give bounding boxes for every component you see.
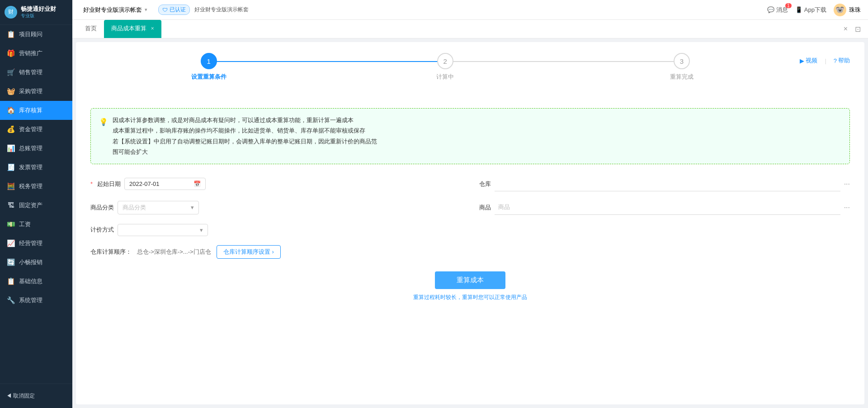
finance-icon: 💰	[6, 125, 15, 134]
system-icon: 🔧	[6, 296, 15, 305]
account-selector[interactable]: 好业财专业版演示帐套 ▾	[80, 4, 151, 16]
recalc-button[interactable]: 重算成本	[435, 271, 505, 289]
recalc-hint: 重算过程耗时较长，重算时您可以正常使用产品	[413, 294, 527, 301]
start-date-field: * 起始日期 2022-07-01 📅	[90, 178, 461, 190]
expense-icon: 🔄	[6, 258, 15, 267]
sidebar-item-marketing[interactable]: 🎁 营销推广	[0, 44, 72, 63]
app-logo-text: 畅捷通好业财 专业版	[21, 5, 56, 19]
bulb-icon: 💡	[99, 116, 108, 157]
step-3-label: 重算完成	[670, 73, 693, 81]
sidebar-logo: 财 畅捷通好业财 专业版	[0, 0, 72, 25]
sidebar-item-system[interactable]: 🔧 系统管理	[0, 291, 72, 310]
topbar: 好业财专业版演示帐套 ▾ 🛡 已认证 好业财专业版演示帐套 💬 消息 1 📱 A…	[72, 0, 868, 20]
message-badge: 1	[785, 3, 792, 8]
inventory-icon: 🏠	[6, 106, 15, 115]
video-icon: ▶	[800, 57, 804, 64]
tab-home[interactable]: 首页	[78, 20, 104, 38]
project-icon: 📋	[6, 30, 15, 39]
tab-cost-recalc[interactable]: 商品成本重算 ×	[104, 20, 161, 38]
required-mark: *	[90, 180, 93, 187]
sales-icon: 🛒	[6, 68, 15, 77]
sidebar-item-invoice[interactable]: 🧾 发票管理	[0, 158, 72, 177]
help-link[interactable]: ? 帮助	[834, 57, 850, 65]
help-icon: ?	[834, 57, 837, 64]
message-button[interactable]: 💬 消息 1	[767, 6, 788, 14]
sidebar-item-operation[interactable]: 📈 经营管理	[0, 234, 72, 253]
sidebar-item-finance[interactable]: 💰 资金管理	[0, 120, 72, 139]
warehouse-order-settings-button[interactable]: 仓库计算顺序设置 ›	[217, 245, 281, 259]
page-content: 1 设置重算条件 2 计算中 3	[76, 42, 864, 404]
pricing-field: 计价方式 ▾	[90, 224, 461, 236]
operation-icon: 📈	[6, 239, 15, 248]
step-1-label: 设置重算条件	[191, 73, 226, 81]
sidebar-item-fixedasset[interactable]: 🏗 固定资产	[0, 196, 72, 215]
sidebar-item-tax[interactable]: 🧮 税务管理	[0, 177, 72, 196]
category-field: 商品分类 商品分类 ▾	[90, 201, 461, 214]
step-1: 1 设置重算条件	[90, 53, 327, 81]
shield-icon: 🛡	[162, 7, 168, 13]
category-chevron-icon: ▾	[191, 204, 194, 211]
sidebar-item-inventory[interactable]: 🏠 库存核算	[0, 101, 72, 120]
account-chevron-icon: ▾	[145, 7, 147, 13]
cancel-pin-button[interactable]: ◀ 取消固定	[0, 389, 72, 403]
fixedasset-icon: 🏗	[6, 201, 15, 210]
sidebar-bottom: ◀ 取消固定	[0, 384, 72, 408]
recalc-section: 重算成本 重算过程耗时较长，重算时您可以正常使用产品	[90, 271, 850, 301]
tabs-bar: 首页 商品成本重算 × × ⊡	[72, 20, 868, 38]
warehouse-chevron-icon: ›	[272, 248, 274, 255]
sidebar: 财 畅捷通好业财 专业版 📋 项目顾问 🎁 营销推广 🛒 销售管理 🧺 采购管理…	[0, 0, 72, 408]
topbar-right: 💬 消息 1 📱 App下载 🐨 珠珠	[767, 4, 861, 16]
invoice-icon: 🧾	[6, 163, 15, 172]
sidebar-item-salary[interactable]: 💵 工资	[0, 215, 72, 234]
main-content: 好业财专业版演示帐套 ▾ 🛡 已认证 好业财专业版演示帐套 💬 消息 1 📱 A…	[72, 0, 868, 408]
video-link[interactable]: ▶ 视频	[800, 57, 817, 65]
warehouse-order-label: 仓库计算顺序：	[90, 248, 132, 256]
message-icon: 💬	[767, 6, 774, 13]
form-row-2: 商品分类 商品分类 ▾ 商品 商品 ···	[90, 200, 850, 215]
calendar-icon: 📅	[193, 180, 201, 187]
warehouse-order-row: 仓库计算顺序： 总仓->深圳仓库->...->门店仓 仓库计算顺序设置 ›	[90, 245, 850, 259]
ledger-icon: 📊	[6, 144, 15, 153]
step-3: 3 重算完成	[563, 53, 800, 81]
avatar: 🐨	[834, 4, 846, 16]
user-name: 珠珠	[849, 6, 861, 14]
pricing-select[interactable]: ▾	[118, 224, 208, 236]
step-2: 2 计算中	[327, 53, 563, 81]
start-date-input[interactable]: 2022-07-01 📅	[124, 178, 206, 190]
salary-icon: 💵	[6, 220, 15, 229]
pricing-label: 计价方式	[90, 226, 114, 234]
window-expand-button[interactable]: ⊡	[853, 23, 863, 35]
warehouse-field: 仓库 ···	[479, 177, 850, 191]
sidebar-item-purchase[interactable]: 🧺 采购管理	[0, 82, 72, 101]
purchase-icon: 🧺	[6, 87, 15, 96]
sidebar-item-ledger[interactable]: 📊 总账管理	[0, 139, 72, 158]
step-1-circle: 1	[201, 53, 217, 69]
app-download-button[interactable]: 📱 App下载	[795, 6, 826, 14]
sidebar-item-sales[interactable]: 🛒 销售管理	[0, 63, 72, 82]
goods-more-icon[interactable]: ···	[844, 204, 850, 212]
step-2-label: 计算中	[436, 73, 454, 81]
info-box: 💡 因成本计算参数调整，或是对商品成本有疑问时，可以通过成本重算功能，重新计算一…	[90, 108, 850, 164]
sidebar-item-project[interactable]: 📋 项目顾问	[0, 25, 72, 44]
verified-badge: 🛡 已认证	[158, 5, 190, 15]
warehouse-order-value: 总仓->深圳仓库->...->门店仓	[137, 248, 211, 256]
app-logo-icon: 财	[5, 6, 17, 19]
tax-icon: 🧮	[6, 182, 15, 191]
user-profile[interactable]: 🐨 珠珠	[834, 4, 861, 16]
sidebar-item-basic[interactable]: 📋 基础信息	[0, 272, 72, 291]
pricing-chevron-icon: ▾	[200, 227, 203, 233]
warehouse-more-icon[interactable]: ···	[844, 180, 850, 188]
category-select[interactable]: 商品分类 ▾	[118, 201, 199, 214]
goods-label: 商品	[479, 204, 491, 212]
category-label: 商品分类	[90, 204, 114, 212]
goods-input[interactable]: 商品	[495, 200, 840, 215]
window-close-button[interactable]: ×	[842, 23, 849, 35]
form-row-1: * 起始日期 2022-07-01 📅 仓库 ···	[90, 177, 850, 191]
warehouse-label: 仓库	[479, 180, 491, 188]
sidebar-item-expense[interactable]: 🔄 小畅报销	[0, 253, 72, 272]
tab-close-icon[interactable]: ×	[151, 25, 154, 32]
start-date-label: 起始日期	[97, 180, 121, 188]
phone-icon: 📱	[795, 6, 802, 13]
steps-container: 1 设置重算条件 2 计算中 3	[90, 53, 800, 81]
info-text: 因成本计算参数调整，或是对商品成本有疑问时，可以通过成本重算功能，重新计算一遍成…	[113, 115, 377, 157]
